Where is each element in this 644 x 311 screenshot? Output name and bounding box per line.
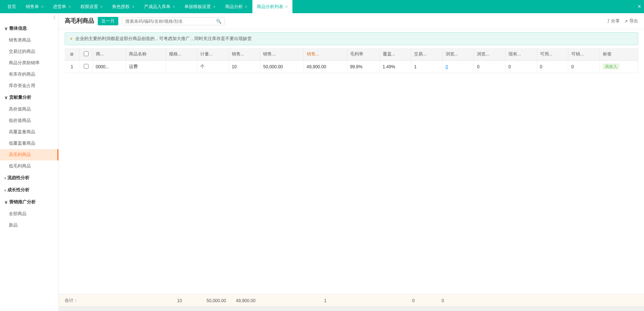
sidebar-item-high-margin[interactable]: 高毛利商品 bbox=[0, 149, 58, 160]
sidebar-section-marketing[interactable]: ∨ 营销推广分析 bbox=[0, 196, 58, 208]
nav-permission-close[interactable]: × bbox=[100, 4, 102, 9]
footer-cell-cost: 49,900.00 bbox=[233, 298, 262, 303]
th-saleable[interactable]: 可销... bbox=[568, 48, 600, 61]
th-sales-qty[interactable]: 销售... bbox=[229, 48, 260, 61]
sidebar-item-all-goods[interactable]: 全部商品 bbox=[0, 208, 58, 220]
nav-purchase[interactable]: 进货单 × bbox=[48, 0, 75, 13]
nav-analysis[interactable]: 商品分析 × bbox=[221, 0, 252, 13]
th-sales-cost[interactable]: 销售... bbox=[303, 48, 347, 61]
th-code[interactable]: 商... bbox=[93, 48, 126, 61]
td-checkbox[interactable] bbox=[79, 61, 93, 73]
arrow-down-icon-2: ∨ bbox=[4, 95, 8, 100]
view1-link[interactable]: 0 bbox=[446, 64, 448, 69]
footer-cell-spacer1 bbox=[90, 298, 174, 303]
sidebar-item-new-goods[interactable]: 新品 bbox=[0, 220, 58, 231]
sidebar-item-in-stock[interactable]: 有库存的商品 bbox=[0, 69, 58, 80]
nav-purchase-close[interactable]: × bbox=[68, 4, 71, 9]
nav-sales[interactable]: 销售单 × bbox=[21, 0, 48, 13]
share-button[interactable]: ⤴ 分享 bbox=[607, 18, 620, 24]
nav-analysis-close[interactable]: × bbox=[245, 4, 247, 9]
td-sales-cost: 49,900.00 bbox=[303, 61, 347, 73]
nav-analysis-list-close[interactable]: × bbox=[285, 4, 288, 9]
th-trade[interactable]: 交易... bbox=[411, 48, 443, 61]
nav-template[interactable]: 单据模板设置 × bbox=[180, 0, 220, 13]
sidebar-section-overview[interactable]: ∨ 整体信息 bbox=[0, 22, 58, 35]
row-checkbox[interactable] bbox=[84, 64, 89, 69]
header-actions: ⤴ 分享 ↗ 导出 bbox=[607, 18, 638, 24]
sidebar-section-marketing-items: 全部商品 新品 bbox=[0, 208, 58, 231]
td-gross-rate: 99.8% bbox=[347, 61, 379, 73]
td-current: 0 bbox=[506, 61, 537, 73]
top-nav: 首页 销售单 × 进货单 × 权限设置 × 角色授权 × 产成品入库单 × 单据… bbox=[0, 0, 644, 13]
th-view1[interactable]: 浏览... bbox=[442, 48, 474, 61]
th-name[interactable]: 商品名称 bbox=[126, 48, 166, 61]
td-saleable: 0 bbox=[568, 61, 600, 73]
sidebar-item-low-margin[interactable]: 低毛利商品 bbox=[0, 160, 58, 172]
arrow-down-icon: ∨ bbox=[4, 26, 8, 31]
bottom-scrollbar[interactable] bbox=[59, 307, 644, 311]
th-sales-amount[interactable]: 销售... bbox=[260, 48, 303, 61]
data-table: ⚙ 商... 商品名称 规格... 计量... 销售... 销售... 销售..… bbox=[65, 48, 638, 73]
nav-home[interactable]: 首页 bbox=[3, 0, 21, 13]
header-checkbox[interactable] bbox=[84, 51, 89, 56]
nav-analysis-list[interactable]: 商品分析列表 × bbox=[252, 0, 292, 13]
sidebar-item-low-value[interactable]: 低价值商品 bbox=[0, 115, 58, 126]
arrow-down-icon-3: ∨ bbox=[4, 200, 8, 205]
nav-template-close[interactable]: × bbox=[213, 4, 215, 9]
sidebar-section-contribution-items: 高价值商品 低价值商品 高覆盖量商品 低覆盖量商品 高毛利商品 低毛利商品 bbox=[0, 104, 58, 172]
sidebar-item-high-coverage[interactable]: 高覆盖量商品 bbox=[0, 126, 58, 138]
sidebar-item-high-value[interactable]: 高价值商品 bbox=[0, 104, 58, 115]
footer-total: 合计： 10 50,000.00 49,900.00 1 0 0 bbox=[59, 294, 644, 307]
window-close-icon[interactable]: × bbox=[638, 3, 641, 10]
footer-cell-available: 0 bbox=[409, 298, 439, 303]
td-trade: 1 bbox=[411, 61, 443, 73]
nav-product-in[interactable]: 产成品入库单 × bbox=[140, 0, 179, 13]
sidebar-section-contribution[interactable]: ∨ 贡献量分析 bbox=[0, 91, 58, 104]
sidebar-item-low-coverage[interactable]: 低覆盖量商品 bbox=[0, 138, 58, 149]
nav-product-in-close[interactable]: × bbox=[173, 4, 175, 9]
td-available: 0 bbox=[537, 61, 568, 73]
td-name: 运费 bbox=[126, 61, 166, 73]
footer-cell-amount: 50,000.00 bbox=[204, 298, 233, 303]
td-view1[interactable]: 0 bbox=[442, 61, 474, 73]
main-layout: 《 ∨ 整体信息 销售类商品 交易过的商品 商品分类助销率 有库存的商品 库存资… bbox=[0, 13, 644, 311]
td-code: 0000... bbox=[93, 61, 126, 73]
td-coverage: 1.49% bbox=[379, 61, 411, 73]
nav-sales-close[interactable]: × bbox=[41, 4, 43, 9]
th-spec[interactable]: 规格... bbox=[166, 48, 197, 61]
date-filter-button[interactable]: 近一月 bbox=[98, 17, 118, 25]
nav-permission[interactable]: 权限设置 × bbox=[76, 0, 107, 13]
th-settings[interactable]: ⚙ bbox=[65, 48, 79, 61]
page-title: 高毛利商品 bbox=[65, 17, 94, 25]
sidebar-section-flow[interactable]: › 流趋性分析 bbox=[0, 172, 58, 184]
td-num: 1 bbox=[65, 61, 79, 73]
export-button[interactable]: ↗ 导出 bbox=[624, 18, 638, 24]
th-current[interactable]: 现有... bbox=[506, 48, 537, 61]
nav-role[interactable]: 角色授权 × bbox=[108, 0, 138, 13]
td-unit: 个 bbox=[197, 61, 229, 73]
th-view2[interactable]: 浏览... bbox=[474, 48, 506, 61]
arrow-right-icon-2: › bbox=[4, 188, 6, 193]
tag-high-income: 高收入 bbox=[603, 64, 619, 69]
info-banner: ✦ 企业的主要的利润都是这部分商品创造的，可考虑加大推广，同时关注库存是不要出现… bbox=[65, 32, 638, 45]
sidebar-item-traded-goods[interactable]: 交易过的商品 bbox=[0, 46, 58, 57]
th-available[interactable]: 可用... bbox=[537, 48, 568, 61]
search-input[interactable] bbox=[125, 19, 215, 24]
sidebar-section-growth[interactable]: › 成长性分析 bbox=[0, 184, 58, 196]
search-icon[interactable]: 🔍 bbox=[216, 19, 222, 24]
footer-cell-spacer3 bbox=[350, 298, 409, 303]
th-gross-rate[interactable]: 毛利率 bbox=[347, 48, 379, 61]
th-unit[interactable]: 计量... bbox=[197, 48, 229, 61]
sidebar-collapse-btn[interactable]: 《 bbox=[0, 13, 58, 22]
footer-cell-spacer2 bbox=[262, 298, 321, 303]
th-coverage[interactable]: 覆盖... bbox=[379, 48, 411, 61]
sidebar-item-stock-capital[interactable]: 库存资金占用 bbox=[0, 80, 58, 91]
share-icon: ⤴ bbox=[607, 19, 609, 24]
star-icon: ✦ bbox=[69, 36, 73, 41]
sidebar-item-category-rate[interactable]: 商品分类助销率 bbox=[0, 57, 58, 69]
th-tag[interactable]: 标签 bbox=[600, 48, 638, 61]
sidebar-item-sales-goods[interactable]: 销售类商品 bbox=[0, 35, 58, 46]
nav-role-close[interactable]: × bbox=[132, 4, 134, 9]
th-checkbox[interactable] bbox=[79, 48, 93, 61]
arrow-right-icon: › bbox=[4, 176, 6, 181]
